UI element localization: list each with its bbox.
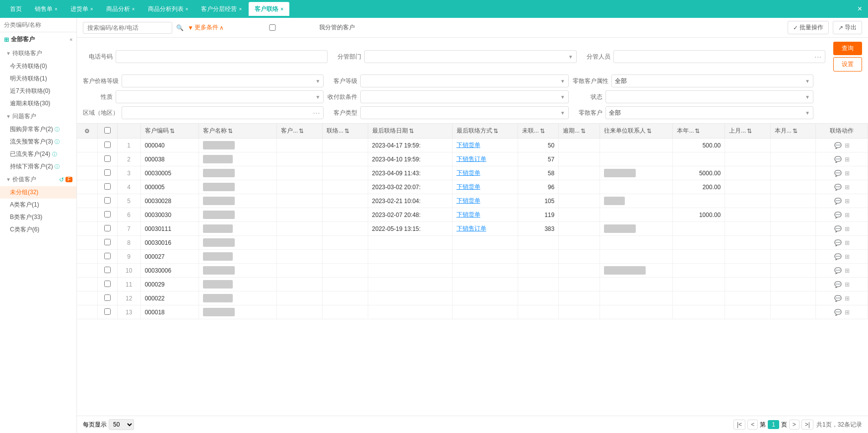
row-checkbox[interactable] (104, 308, 111, 315)
region-select[interactable]: ··· (122, 106, 324, 119)
more-action-icon[interactable]: ⊞ (845, 198, 850, 205)
col-no-contact-header[interactable]: 未联... ⇅ (518, 124, 558, 139)
price-level-select[interactable]: ▼ (122, 74, 324, 87)
dept-select[interactable]: ▼ (364, 50, 576, 63)
row-checkbox[interactable] (104, 253, 111, 259)
filter-search-icon[interactable]: 🔍 (176, 24, 184, 31)
tab-customer-contact[interactable]: 客户联络 × (249, 2, 289, 16)
close-customer-contact-icon[interactable]: × (280, 6, 283, 12)
message-icon[interactable]: 💬 (834, 212, 842, 218)
row-checkbox[interactable] (104, 142, 111, 148)
row-checkbox[interactable] (104, 211, 111, 217)
row-checkbox-cell[interactable] (98, 194, 117, 208)
more-action-icon[interactable]: ⊞ (845, 225, 850, 232)
customer-level-select[interactable]: ▼ (360, 74, 568, 87)
collapse-icon[interactable]: « (69, 37, 72, 42)
row-checkbox[interactable] (104, 267, 111, 273)
more-action-icon[interactable]: ⊞ (845, 170, 850, 177)
row-checkbox-cell[interactable] (98, 180, 117, 194)
col-last-date-header[interactable]: 最后联络日期 ⇅ (368, 124, 452, 139)
more-conditions-btn[interactable]: ▼ 更多条件 ∧ (188, 23, 224, 32)
row-checkbox-cell[interactable] (98, 222, 117, 236)
sidebar-item-churned[interactable]: 已流失客户(24) ⓘ (0, 148, 76, 160)
col-last-way-header[interactable]: 最后联络方式 ⇅ (452, 124, 518, 139)
last-page-button[interactable]: >| (801, 420, 813, 430)
tab-purchase[interactable]: 进货单 × (65, 2, 99, 16)
message-icon[interactable]: 💬 (834, 170, 842, 177)
message-icon[interactable]: 💬 (834, 267, 842, 274)
tab-sales[interactable]: 销售单 × (29, 2, 64, 16)
tab-home[interactable]: 首页 (4, 2, 28, 16)
col-code-header[interactable]: 客户编码 ⇅ (140, 124, 199, 139)
row-checkbox[interactable] (104, 239, 111, 245)
row-checkbox-cell[interactable] (98, 291, 117, 305)
last-way-link[interactable]: 下销货单 (457, 211, 480, 218)
my-customers-checkbox[interactable]: 我分管的客户 (228, 23, 355, 32)
close-customer-segment-icon[interactable]: × (239, 6, 242, 12)
nature-select[interactable]: ▼ (116, 90, 324, 103)
row-checkbox-cell[interactable] (98, 166, 117, 180)
sidebar-item-no-group[interactable]: 未分组(32) (0, 186, 76, 199)
more-action-icon[interactable]: ⊞ (845, 267, 850, 274)
row-checkbox[interactable] (104, 281, 111, 287)
row-checkbox-cell[interactable] (98, 139, 117, 152)
last-way-link[interactable]: 下销货单 (457, 169, 480, 176)
per-page-select[interactable]: 50 100 200 (109, 419, 134, 430)
group-value-customers[interactable]: ▼ 价值客户 ↺ F (0, 173, 76, 186)
row-checkbox-cell[interactable] (98, 152, 117, 166)
close-all-button[interactable]: × (856, 2, 864, 15)
row-checkbox[interactable] (104, 197, 111, 204)
message-icon[interactable]: 💬 (834, 309, 842, 316)
col-type-header[interactable]: 客户... ⇅ (277, 124, 323, 139)
message-icon[interactable]: 💬 (834, 156, 842, 163)
col-this-month-header[interactable]: 本月... ⇅ (770, 124, 816, 139)
group-pending-contact[interactable]: ▼ 待联络客户 (0, 47, 76, 60)
sidebar-item-today[interactable]: 今天待联络(0) (0, 60, 76, 72)
sidebar-item-tomorrow[interactable]: 明天待联络(1) (0, 72, 76, 85)
row-checkbox[interactable] (104, 225, 111, 231)
select-all-checkbox[interactable] (104, 127, 111, 134)
row-checkbox-cell[interactable] (98, 278, 117, 291)
col-overdue-header[interactable]: 逾期... ⇅ (559, 124, 600, 139)
row-checkbox-cell[interactable] (98, 305, 117, 319)
more-action-icon[interactable]: ⊞ (845, 309, 850, 316)
col-contact-header[interactable]: 联络... ⇅ (322, 124, 368, 139)
sidebar-item-7days[interactable]: 近7天待联络(0) (0, 85, 76, 97)
tab-analysis-list[interactable]: 商品分析列表 × (142, 2, 195, 16)
col-name-header[interactable]: 客户名称 ⇅ (199, 124, 277, 139)
close-purchase-icon[interactable]: × (90, 6, 93, 12)
col-select-all[interactable] (98, 124, 117, 139)
tab-customer-segment[interactable]: 客户分层经营 × (195, 2, 248, 16)
sidebar-item-overdue[interactable]: 逾期未联络(30) (0, 97, 76, 110)
message-icon[interactable]: 💬 (834, 225, 842, 232)
customer-type-select[interactable]: ▼ (360, 106, 568, 119)
row-checkbox-cell[interactable] (98, 250, 117, 264)
more-action-icon[interactable]: ⊞ (845, 156, 850, 163)
message-icon[interactable]: 💬 (834, 281, 842, 288)
message-icon[interactable]: 💬 (834, 184, 842, 191)
tab-analysis[interactable]: 商品分析 × (100, 2, 141, 16)
export-button[interactable]: ↗ 导出 (833, 21, 862, 34)
row-checkbox-cell[interactable] (98, 208, 117, 222)
col-contact-person-header[interactable]: 往来单位联系人 ⇅ (600, 124, 673, 139)
more-action-icon[interactable]: ⊞ (845, 212, 850, 218)
col-last-month-header[interactable]: 上月... ⇅ (725, 124, 771, 139)
close-analysis-list-icon[interactable]: × (186, 6, 189, 12)
search-input[interactable] (83, 22, 172, 34)
row-checkbox-cell[interactable] (98, 236, 117, 250)
sidebar-item-b-class[interactable]: B类客户(33) (0, 211, 76, 223)
last-way-link[interactable]: 下销售订单 (457, 225, 486, 232)
sidebar-item-c-class[interactable]: C类客户(6) (0, 223, 76, 236)
status-select[interactable]: ▼ (605, 90, 813, 103)
more-action-icon[interactable]: ⊞ (845, 184, 850, 191)
more-action-icon[interactable]: ⊞ (845, 142, 850, 149)
row-checkbox[interactable] (104, 155, 111, 162)
row-checkbox[interactable] (104, 169, 111, 176)
col-this-year-header[interactable]: 本年... ⇅ (673, 124, 725, 139)
message-icon[interactable]: 💬 (834, 253, 842, 260)
sidebar-item-a-class[interactable]: A类客户(1) (0, 199, 76, 211)
sidebar-item-churn-warning[interactable]: 流失预警客户(3) ⓘ (0, 136, 76, 148)
query-button[interactable]: 查询 (833, 42, 862, 55)
phone-input[interactable] (116, 50, 328, 63)
next-page-button[interactable]: > (789, 420, 800, 430)
